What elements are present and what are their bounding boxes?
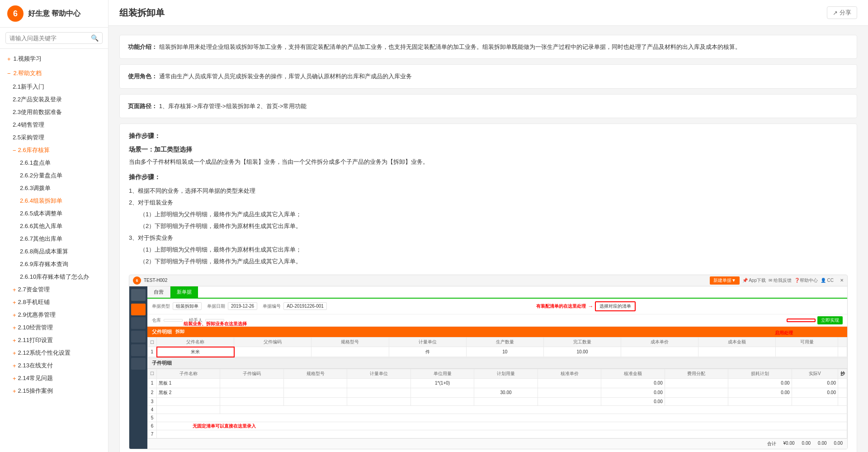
sidebar-item-label: 2.帮助文档: [14, 69, 42, 77]
sidebar-item-cases[interactable]: +2.15操作案例: [13, 385, 108, 397]
ss-doctype-wrap: 组装拆卸单: [173, 303, 202, 309]
ss-nav-icon4: [131, 331, 146, 343]
ss-bom-section: 有装配清单的在这里处理 → 选择对应的清单: [330, 301, 843, 311]
main-header: 组装拆卸单 ↗ 分享: [108, 0, 868, 26]
sidebar-item-other-in[interactable]: 2.6.6其他入库单: [20, 220, 108, 233]
sidebar-item-finance[interactable]: +2.7资金管理: [13, 283, 108, 296]
footer-val1: ¥0.00: [783, 441, 795, 447]
footer-val4: 0.00: [834, 441, 843, 447]
sidebar-item-video[interactable]: + 1.视频学习: [0, 52, 108, 66]
table-row: 3 0.00: [148, 397, 847, 405]
steps-title: 操作步骤：: [129, 173, 848, 181]
sidebar-item-sales[interactable]: 2.4销售管理: [13, 119, 108, 131]
ss-date-value[interactable]: 2019-12-26: [228, 302, 257, 310]
sidebar-item-purchase[interactable]: 2.5采购管理: [13, 131, 108, 144]
role-label: 使用角色：: [128, 73, 157, 80]
annotation-bom: 有装配清单的在这里处理: [536, 303, 586, 309]
ss-doctype-value[interactable]: 组装拆卸单: [173, 302, 202, 310]
sidebar-item-stocktake[interactable]: 2.6.1盘点单: [20, 157, 108, 169]
ss-parent-tbody: 1 米米 件 10 10.00: [148, 347, 847, 357]
step3-1: （1）上部明细为父件明细，最终作为原材料生成其它出库单；: [129, 244, 848, 256]
step2-1: （1）上部明细为父件明细，最终作为产成品生成其它入库单；: [129, 209, 848, 220]
search-button[interactable]: 🔍: [91, 34, 99, 42]
ss-section-bar: 父件明细 拆卸: [147, 327, 847, 337]
sidebar-item-custom[interactable]: +2.12系统个性化设置: [13, 347, 108, 359]
ss-footer: 合计 ¥0.00 0.00 0.00 0.00: [147, 438, 847, 449]
sidebar-item-faq[interactable]: +2.14常见问题: [13, 372, 108, 385]
ss-parent-thead: ☐ 父件名称 父件编码 规格型号 计量单位 生产数量 完工数量 成本单价 成本金: [148, 337, 847, 347]
table-row: 2 黑板 2 30.00 0.00: [148, 388, 847, 397]
sidebar-item-split-stocktake[interactable]: 2.6.2分量盘点单: [20, 169, 108, 182]
ss-parent-table-wrap: ☐ 父件名称 父件编码 规格型号 计量单位 生产数量 完工数量 成本单价 成本金: [147, 337, 847, 357]
ss-confirm-btn[interactable]: 立即实现: [817, 316, 843, 324]
footer-label: 合计: [767, 441, 776, 447]
step2-2: （2）下部明细为子件明细，最终作为原材料生成其它出库单。: [129, 220, 848, 232]
sidebar-item-transfer[interactable]: 2.6.3调拨单: [20, 182, 108, 195]
sidebar-item-docs[interactable]: − 2.帮助文档: [0, 66, 108, 81]
step3: 3、对于拆卖业务: [129, 232, 848, 244]
sidebar-item-stock-error[interactable]: 2.6.10库存账本错了怎么办: [20, 271, 108, 283]
sidebar-item-data-prep[interactable]: 2.3使用前数据准备: [13, 106, 108, 119]
sidebar: 6 好生意 帮助中心 🔍 + 1.视频学习 − 2.帮助文档 2.1新手入门 2…: [0, 0, 108, 452]
logo-icon: 6: [7, 5, 24, 22]
ss-section-wrap: 父件明细 拆卸 组装业务、拆卸业务在这里选择 启用处理: [147, 327, 847, 337]
ss-new-doc-btn[interactable]: 新建单据▼: [710, 276, 740, 285]
path-text: 1、库存核算->库存管理->组装拆卸单 2、首页->常用功能: [159, 103, 307, 109]
ss-system-bar: 6 TEST-H002 新建单据▼ 📌 App下载 ✉ 给我反馈 ❓帮助中心 👤…: [129, 275, 847, 286]
sidebar-item-newcomer[interactable]: 2.1新手入门: [13, 81, 108, 93]
intro-text: 组装拆卸单用来处理企业组装或拆卸等加工业务，支持有固定装配清单的产品加工业务，也…: [159, 43, 741, 50]
role-text: 通常由生产人员或库管人员完成拆装业务的操作，库管人员确认原材料的出库和产成品的入…: [159, 73, 412, 80]
ss-child-section-bar: 子件明细: [147, 357, 847, 369]
annotation-inline-label: 无固定清单可以直接在这里录入: [193, 423, 256, 429]
intro-block: 功能介绍： 组装拆卸单用来处理企业组装或拆卸等加工业务，支持有固定装配清单的产品…: [119, 35, 857, 59]
path-label: 页面路径：: [128, 103, 157, 109]
ss-bom-input[interactable]: [787, 319, 816, 322]
scene1-title: 场景一：加工类型选择: [129, 146, 848, 154]
sidebar-item-assembly[interactable]: 2.6.4组装拆卸单: [20, 195, 108, 207]
table-row: 1 米米 件 10 10.00: [148, 347, 847, 357]
sidebar-item-stock-check[interactable]: 2.6.9库存账本查询: [20, 258, 108, 271]
annotation-type-label: 组装业务、拆卸业务在这里选择: [184, 319, 247, 327]
nav-sub-inventory: 2.6.1盘点单 2.6.2分量盘点单 2.6.3调拨单 2.6.4组装拆卸单 …: [13, 157, 108, 283]
sidebar-item-other-out[interactable]: 2.6.7其他出库单: [20, 233, 108, 245]
ss-parent-table: ☐ 父件名称 父件编码 规格型号 计量单位 生产数量 完工数量 成本单价 成本金: [147, 337, 847, 357]
share-button[interactable]: ↗ 分享: [827, 6, 857, 19]
sidebar-item-mobile[interactable]: +2.8手机旺铺: [13, 296, 108, 309]
ss-no-value[interactable]: AD-20191226-001: [283, 302, 327, 310]
nav-sub-docs: 2.1新手入门 2.2产品安装及登录 2.3使用前数据准备 2.4销售管理 2.…: [0, 81, 108, 397]
ss-nav-icon5: [131, 344, 146, 356]
ss-child-thead: ☐ 子件名称 子件编码 规格型号 计量单位 单位用量 计划用量 核准单价 核准金: [148, 369, 847, 378]
ss-child-table-wrap: ☐ 子件名称 子件编码 规格型号 计量单位 单位用量 计划用量 核准单价 核准金: [147, 369, 847, 438]
search-input[interactable]: [9, 35, 91, 42]
ss-doctype-label: 单据类型: [152, 303, 170, 309]
table-row: 7: [148, 430, 847, 438]
sidebar-item-coupon[interactable]: +2.9优惠券管理: [13, 309, 108, 321]
ss-warehouse-input[interactable]: [164, 319, 183, 322]
minus-icon: −: [7, 70, 11, 77]
sidebar-item-payment[interactable]: +2.13在线支付: [13, 359, 108, 372]
path-block: 页面路径： 1、库存核算->库存管理->组装拆卸单 2、首页->常用功能: [119, 94, 857, 118]
minus-icon2: −: [13, 147, 16, 154]
ss-tab-newdoc[interactable]: 新单据: [170, 286, 198, 298]
search-box: 🔍: [0, 28, 108, 49]
page-title: 组装拆卸单: [119, 7, 165, 19]
nav-list: + 1.视频学习 − 2.帮助文档 2.1新手入门 2.2产品安装及登录 2.3…: [0, 49, 108, 452]
sidebar-item-cost-adjust[interactable]: 2.6.5成本调整单: [20, 207, 108, 220]
ss-body: 自营 新单据 单据类型 组装拆卸单 单据日期 2019-12-26: [129, 286, 847, 449]
intro-label: 功能介绍：: [128, 43, 157, 50]
table-row: 1 黑板 1 1*(1+0) 0.00: [148, 378, 847, 388]
plus-icon: +: [7, 56, 11, 62]
annotation-process-label: 启用处理: [775, 328, 793, 336]
sidebar-item-cost-recalc[interactable]: 2.6.8商品成本重算: [20, 245, 108, 258]
ss-nav-icon2-active: [131, 304, 146, 315]
sidebar-item-inventory[interactable]: − 2.6库存核算: [13, 144, 108, 157]
ss-tab-ziying[interactable]: 自营: [147, 286, 170, 298]
ss-logo: 6: [133, 276, 141, 285]
sidebar-item-ops[interactable]: +2.10经营管理: [13, 321, 108, 334]
sidebar-item-print[interactable]: +2.11打印设置: [13, 334, 108, 347]
ss-no-label: 单据编号: [263, 303, 281, 309]
sidebar-header: 6 好生意 帮助中心: [0, 0, 108, 28]
sidebar-item-install[interactable]: 2.2产品安装及登录: [13, 93, 108, 106]
share-label: 分享: [840, 9, 851, 17]
ss-bom-btn[interactable]: 选择对应的清单: [595, 301, 636, 311]
